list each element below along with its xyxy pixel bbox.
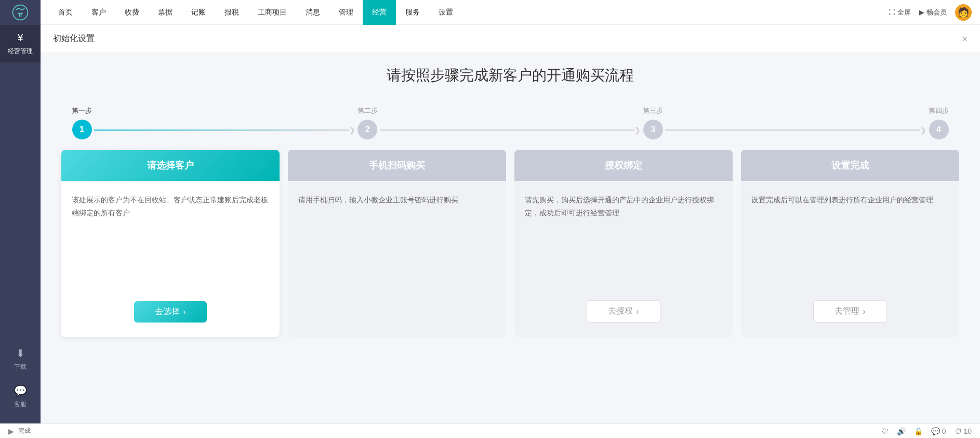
card1-header: 请选择客户 [61, 150, 280, 181]
step-card-3: 授权绑定 请先购买，购买后选择开通的产品中的企业用户进行授权绑定，成功后即可进行… [514, 150, 733, 337]
nav-items: 首页 客户 收费 票据 记账 报税 工商项目 消息 管理 经营 服务 设置 [49, 0, 889, 25]
status-right: 🛡 🔊 🔒 💬 0 ⏱ 10 [881, 427, 972, 435]
step1-circle: 1 [72, 120, 92, 139]
fullscreen-btn[interactable]: ⛶ 全屏 [889, 8, 911, 17]
download-icon: ⬇ [16, 347, 25, 359]
vip-label: 畅会员 [926, 8, 947, 17]
arrow-icon-3: ❯ [920, 126, 926, 134]
connector-line-2 [380, 130, 635, 131]
step2-number: 2 [365, 125, 370, 134]
step1-number: 1 [80, 125, 84, 134]
card4-footer: 去管理 › [741, 292, 959, 337]
sidebar: ¥ 经营管理 ⬇ 下载 💬 客服 [0, 25, 41, 423]
nav-operation[interactable]: 经营 [363, 0, 396, 25]
card2-body: 请用手机扫码，输入小微企业主账号密码进行购买 [288, 181, 506, 314]
card2-title: 手机扫码购买 [369, 160, 425, 171]
nav-manage[interactable]: 管理 [329, 0, 363, 25]
nav-account[interactable]: 记账 [182, 0, 215, 25]
nav-message[interactable]: 消息 [296, 0, 329, 25]
logo-area [0, 0, 41, 25]
card4-body: 设置完成后可以在管理列表进行所有企业用户的经营管理 [741, 181, 959, 292]
fullscreen-icon: ⛶ [889, 8, 895, 16]
card1-body-text: 该处展示的客户为不在回收站、客户状态正常建账后完成老板端绑定的所有客户 [72, 196, 268, 217]
card4-body-text: 设置完成后可以在管理列表进行所有企业用户的经营管理 [751, 196, 933, 204]
nav-business[interactable]: 工商项目 [248, 0, 296, 25]
nav-fee[interactable]: 收费 [115, 0, 149, 25]
step-connector-3-4: ❯ [663, 126, 929, 134]
card1-title: 请选择客户 [147, 160, 194, 171]
content-area: 初始化设置 × 请按照步骤完成新客户的开通购买流程 第一步 1 ❯ [41, 25, 980, 423]
close-button[interactable]: × [962, 34, 968, 44]
play-button[interactable]: ▶ [8, 427, 14, 435]
card4-title: 设置完成 [831, 160, 869, 171]
card3-btn-arrow: › [636, 307, 639, 316]
page-title: 初始化设置 [53, 33, 95, 44]
fullscreen-label: 全屏 [897, 8, 911, 17]
nav-customer[interactable]: 客户 [82, 0, 115, 25]
step-card-1: 请选择客户 该处展示的客户为不在回收站、客户状态正常建账后完成老板端绑定的所有客… [61, 150, 280, 337]
card2-header: 手机扫码购买 [288, 150, 506, 181]
step-indicator-4: 第四步 4 [929, 106, 949, 139]
card3-title: 授权绑定 [605, 160, 642, 171]
lock-icon: 🔒 [914, 427, 923, 435]
sidebar-label-operation: 经营管理 [8, 47, 33, 56]
nav-right: ⛶ 全屏 ▶ 畅会员 🧑 [889, 4, 972, 21]
card3-body: 请先购买，购买后选择开通的产品中的企业用户进行授权绑定，成功后即可进行经营管理 [514, 181, 733, 292]
step2-label: 第二步 [357, 106, 378, 115]
step4-circle: 4 [929, 120, 949, 139]
yuan-icon: ¥ [17, 32, 23, 44]
step4-label: 第四步 [929, 106, 949, 115]
step-indicator-2: 第二步 2 [357, 106, 378, 139]
connector-line-3 [665, 130, 920, 131]
user-avatar[interactable]: 🧑 [955, 4, 972, 21]
sidebar-item-download[interactable]: ⬇ 下载 [0, 340, 41, 378]
card3-header: 授权绑定 [514, 150, 733, 181]
card3-action-button[interactable]: 去授权 › [587, 300, 660, 323]
card2-footer [288, 314, 506, 337]
main-layout: ¥ 经营管理 ⬇ 下载 💬 客服 初始化设置 × 请按照步骤完成新客户的开通购买… [0, 25, 980, 423]
card1-footer: 去选择 › [61, 293, 280, 337]
sidebar-label-download: 下载 [14, 363, 27, 371]
top-navigation: 首页 客户 收费 票据 记账 报税 工商项目 消息 管理 经营 服务 设置 ⛶ … [0, 0, 980, 25]
status-text: 完成 [18, 427, 31, 435]
connector-line-1 [94, 130, 349, 131]
nav-tax[interactable]: 报税 [215, 0, 248, 25]
card2-body-text: 请用手机扫码，输入小微企业主账号密码进行购买 [298, 196, 458, 204]
step3-label: 第三步 [643, 106, 663, 115]
sidebar-label-support: 客服 [14, 400, 27, 409]
nav-settings[interactable]: 设置 [429, 0, 462, 25]
sidebar-bottom: ⬇ 下载 💬 客服 [0, 340, 41, 423]
nav-bill[interactable]: 票据 [149, 0, 182, 25]
arrow-icon-1: ❯ [349, 126, 355, 134]
nav-home[interactable]: 首页 [49, 0, 82, 25]
statusbar: ▶ 完成 🛡 🔊 🔒 💬 0 ⏱ 10 [0, 423, 980, 438]
step-indicator-3: 第三步 3 [643, 106, 663, 139]
step3-circle: 3 [643, 120, 663, 139]
card1-btn-label: 去选择 [155, 306, 180, 317]
card3-footer: 去授权 › [514, 292, 733, 337]
card4-action-button[interactable]: 去管理 › [813, 300, 886, 323]
card1-action-button[interactable]: 去选择 › [134, 301, 206, 323]
shield-icon: 🛡 [881, 427, 889, 435]
sidebar-item-operation[interactable]: ¥ 经营管理 [0, 25, 41, 62]
card1-btn-arrow: › [183, 307, 186, 317]
step-connector-1-2: ❯ [92, 126, 357, 134]
step-card-2: 手机扫码购买 请用手机扫码，输入小微企业主账号密码进行购买 [288, 150, 506, 337]
step3-number: 3 [651, 125, 655, 134]
card3-body-text: 请先购买，购买后选择开通的产品中的企业用户进行授权绑定，成功后即可进行经营管理 [525, 196, 714, 217]
nav-service[interactable]: 服务 [396, 0, 429, 25]
play-icon: ▶ [919, 8, 924, 16]
card4-header: 设置完成 [741, 150, 959, 181]
card4-btn-arrow: › [863, 307, 865, 316]
step1-label: 第一步 [72, 106, 92, 115]
step2-circle: 2 [357, 120, 377, 139]
svg-point-0 [13, 5, 28, 20]
volume-icon: 🔊 [897, 427, 906, 435]
flow-main-title: 请按照步骤完成新客户的开通购买流程 [61, 66, 959, 85]
card3-btn-label: 去授权 [608, 306, 633, 317]
step-connector-2-3: ❯ [378, 126, 643, 134]
step-indicator-1: 第一步 1 [72, 106, 92, 139]
arrow-icon-2: ❯ [634, 126, 641, 134]
vip-btn[interactable]: ▶ 畅会员 [919, 8, 947, 17]
sidebar-item-support[interactable]: 💬 客服 [0, 378, 41, 415]
